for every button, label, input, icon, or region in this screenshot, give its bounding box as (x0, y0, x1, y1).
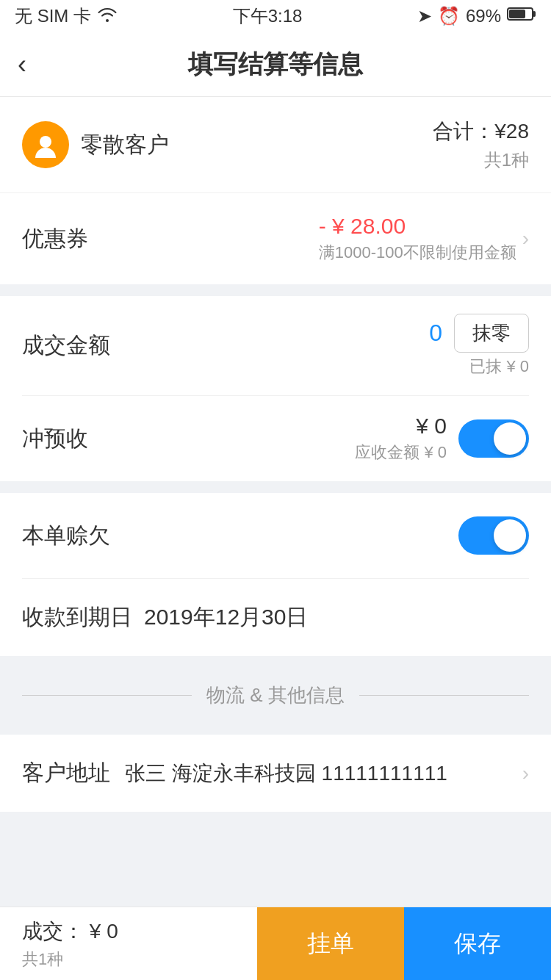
total-amount: 合计：¥28 (433, 118, 529, 145)
svg-rect-1 (533, 11, 536, 17)
customer-info: 零散客户 (22, 121, 169, 168)
debt-toggle[interactable] (458, 516, 529, 555)
coupon-row[interactable]: 优惠券 - ¥ 28.00 满1000-100不限制使用金额 › (0, 192, 551, 284)
coupon-right: - ¥ 28.00 满1000-100不限制使用金额 › (319, 214, 529, 264)
location-icon: ➤ (417, 6, 432, 26)
deal-right-block: 0 抹零 已抹 ¥ 0 (429, 314, 529, 378)
toggle-knob (494, 422, 526, 455)
prepay-sub: 应收金额 ¥ 0 (355, 442, 447, 464)
save-button[interactable]: 保存 (404, 907, 551, 981)
logistics-divider-text: 物流 & 其他信息 (206, 682, 345, 708)
divider-line-left (22, 695, 192, 696)
prepay-amount-block: ¥ 0 应收金额 ¥ 0 (355, 414, 447, 464)
coupon-desc: 满1000-100不限制使用金额 (319, 242, 516, 264)
middle-section: 成交金额 0 抹零 已抹 ¥ 0 冲预收 ¥ 0 应收金额 ¥ 0 (0, 296, 551, 481)
chevron-right-icon: › (522, 227, 529, 251)
logistics-divider: 物流 & 其他信息 (0, 668, 551, 723)
page-title: 填写结算等信息 (188, 48, 363, 82)
prepay-amount: ¥ 0 (355, 414, 447, 439)
address-row[interactable]: 客户地址 张三 海淀永丰科技园 11111111111 › (22, 735, 529, 812)
prepay-label: 冲预收 (22, 424, 88, 454)
status-left: 无 SIM 卡 (15, 4, 118, 28)
address-section: 客户地址 张三 海淀永丰科技园 11111111111 › (0, 735, 551, 812)
avatar (22, 121, 69, 168)
prepay-toggle[interactable] (458, 419, 529, 458)
hang-button[interactable]: 挂单 (257, 907, 404, 981)
address-value: 张三 海淀永丰科技园 11111111111 (125, 760, 522, 788)
debt-toggle-knob (494, 519, 526, 552)
carrier-text: 无 SIM 卡 (15, 4, 91, 28)
bottom-info: 成交： ¥ 0 共1种 (0, 918, 257, 970)
total-count: 共1种 (433, 148, 529, 172)
nav-bar: ‹ 填写结算等信息 (0, 32, 551, 97)
time-text: 下午3:18 (233, 4, 303, 28)
round-btn[interactable]: 抹零 (454, 314, 529, 353)
prepay-row: 冲预收 ¥ 0 应收金额 ¥ 0 (22, 396, 529, 481)
bottom-deal-count: 共1种 (22, 948, 235, 970)
coupon-value: - ¥ 28.00 (319, 214, 516, 239)
customer-row: 零散客户 合计：¥28 共1种 (0, 97, 551, 192)
battery-icon (507, 6, 536, 26)
divider-line-right (359, 695, 529, 696)
debt-row: 本单赊欠 (22, 493, 529, 579)
debt-label: 本单赊欠 (22, 521, 110, 551)
coupon-label: 优惠券 (22, 224, 88, 254)
due-row: 收款到期日 2019年12月30日 (22, 579, 529, 656)
customer-total: 合计：¥28 共1种 (433, 118, 529, 172)
deal-label: 成交金额 (22, 331, 110, 361)
deal-sub: 已抹 ¥ 0 (429, 356, 529, 378)
deal-amount[interactable]: 0 (429, 320, 442, 347)
status-right: ➤ ⏰ 69% (417, 6, 536, 26)
customer-section: 零散客户 合计：¥28 共1种 优惠券 - ¥ 28.00 满1000-100不… (0, 97, 551, 284)
back-button[interactable]: ‹ (18, 49, 26, 80)
wifi-icon (97, 6, 118, 26)
address-chevron-icon: › (522, 762, 529, 785)
prepay-right: ¥ 0 应收金额 ¥ 0 (355, 414, 529, 464)
customer-name: 零散客户 (81, 130, 169, 160)
status-bar: 无 SIM 卡 下午3:18 ➤ ⏰ 69% (0, 0, 551, 32)
alarm-icon: ⏰ (438, 6, 460, 26)
coupon-value-block: - ¥ 28.00 满1000-100不限制使用金额 (319, 214, 516, 264)
battery-text: 69% (466, 6, 501, 26)
address-label: 客户地址 (22, 758, 110, 788)
svg-point-3 (40, 136, 51, 148)
due-label: 收款到期日 (22, 602, 132, 633)
bottom-deal-amount: 成交： ¥ 0 (22, 918, 235, 945)
deal-row: 成交金额 0 抹零 已抹 ¥ 0 (22, 296, 529, 396)
debt-section: 本单赊欠 收款到期日 2019年12月30日 (0, 493, 551, 656)
due-date[interactable]: 2019年12月30日 (144, 602, 308, 633)
logistics-section: 物流 & 其他信息 (0, 668, 551, 723)
svg-rect-2 (509, 10, 525, 18)
bottom-bar: 成交： ¥ 0 共1种 挂单 保存 (0, 907, 551, 980)
